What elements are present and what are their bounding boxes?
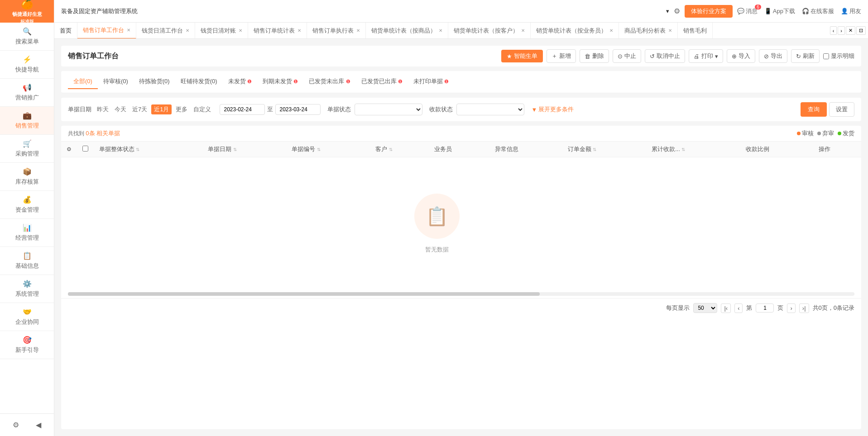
- print-btn[interactable]: 🖨 打印 ▾: [689, 49, 723, 63]
- sidebar-item-cooperation[interactable]: 🤝 企业协同: [0, 303, 54, 331]
- filter-tab-pending-inspect[interactable]: 待拣验货(0): [134, 75, 175, 89]
- close-icon[interactable]: ✕: [439, 28, 442, 33]
- select-all-checkbox[interactable]: [82, 146, 88, 152]
- first-page-btn[interactable]: |‹: [721, 303, 731, 313]
- close-icon[interactable]: ✕: [521, 28, 525, 33]
- expand-btn[interactable]: ▼ 展开更多条件: [531, 105, 574, 114]
- tab-expand-btn[interactable]: ⊡: [856, 26, 866, 35]
- settings-icon[interactable]: ⚙: [10, 418, 21, 431]
- tab-next-btn[interactable]: ›: [838, 26, 845, 35]
- tab-sales-summary-customer[interactable]: 销货单统计表（按客户） ✕: [448, 23, 531, 39]
- tab-label: 销售毛利: [683, 27, 707, 35]
- horizontal-scrollbar[interactable]: [68, 292, 854, 296]
- tab-close-all-btn[interactable]: ✕: [846, 26, 855, 35]
- show-detail-checkbox[interactable]: [823, 53, 829, 59]
- tab-prev-btn[interactable]: ‹: [830, 26, 837, 35]
- date-to-input[interactable]: [275, 104, 321, 115]
- tab-product-margin[interactable]: 商品毛利分析表 ✕: [619, 23, 678, 39]
- close-icon[interactable]: ✕: [297, 28, 301, 33]
- app-download-item[interactable]: 📱 App下载: [764, 7, 795, 15]
- cancel-stop-btn[interactable]: ↺ 取消中止: [645, 49, 685, 63]
- logo-sub: 标准版: [20, 19, 34, 25]
- checkbox-col[interactable]: [77, 142, 94, 157]
- close-icon[interactable]: ✕: [186, 28, 189, 33]
- cancel-icon: ↺: [650, 53, 655, 60]
- tab-sales-workbench[interactable]: 销售订单工作台 ✕: [77, 23, 136, 39]
- sidebar-item-sales[interactable]: 💼 销售管理: [0, 107, 54, 135]
- close-icon[interactable]: ✕: [609, 28, 613, 33]
- tab-sales-summary-product[interactable]: 销货单统计表（按商品） ✕: [366, 23, 448, 39]
- sidebar-item-inventory[interactable]: 📦 库存核算: [0, 163, 54, 191]
- settings-gear-icon[interactable]: ⚙: [674, 7, 680, 15]
- sidebar-item-quick-nav[interactable]: ⚡ 快捷导航: [0, 51, 54, 79]
- close-icon[interactable]: ✕: [239, 28, 242, 33]
- data-table: ⚙ 单据整体状态 ⇅ 单据日期 ⇅ 单据编号 ⇅ 客户 ⇅ 业务员 异常信息 订…: [61, 142, 861, 290]
- page-input[interactable]: [756, 303, 774, 313]
- sidebar-item-finance[interactable]: 💰 资金管理: [0, 191, 54, 219]
- tab-cash-daily[interactable]: 钱货日清工作台 ✕: [136, 23, 195, 39]
- sidebar-item-basic-info[interactable]: 📋 基础信息: [0, 247, 54, 275]
- query-btn[interactable]: 查询: [801, 102, 827, 117]
- import-btn[interactable]: ⊕ 导入: [727, 49, 755, 63]
- tab-cash-reconcile[interactable]: 钱货日清对账 ✕: [195, 23, 248, 39]
- quick-date-7days[interactable]: 近7天: [130, 104, 149, 114]
- print-icon: 🖨: [694, 53, 700, 60]
- sidebar-item-purchase[interactable]: 🛒 采购管理: [0, 135, 54, 163]
- page-actions: ★ 智能生单 ＋ 新增 🗑 删除 ⊙ 中止 ↺ 取消中止: [501, 49, 854, 63]
- refresh-btn[interactable]: ↻ 刷新: [791, 49, 820, 63]
- message-icon-item[interactable]: 💬 消息 6: [737, 7, 758, 15]
- date-from-input[interactable]: [220, 104, 265, 115]
- ship-action[interactable]: 发货: [838, 129, 854, 137]
- settings-col[interactable]: ⚙: [61, 142, 77, 157]
- filter-tab-not-shipped[interactable]: 未发货 ❶: [223, 75, 257, 89]
- sidebar-item-guide[interactable]: 🎯 新手引导: [0, 331, 54, 359]
- prev-page-btn[interactable]: ‹: [734, 303, 743, 313]
- user-item[interactable]: 👤 用友: [841, 7, 861, 15]
- online-service-item[interactable]: 🎧 在线客服: [802, 7, 834, 15]
- smart-generate-btn[interactable]: ★ 智能生单: [501, 50, 543, 62]
- stop-btn[interactable]: ⊙ 中止: [613, 49, 641, 63]
- review-action[interactable]: 审核: [797, 129, 814, 137]
- sidebar-item-label: 营销推广: [15, 94, 39, 102]
- quick-date-1month[interactable]: 近1月: [151, 104, 172, 114]
- setting-btn[interactable]: 设置: [829, 102, 854, 117]
- tab-sales-summary-staff[interactable]: 销货单统计表（按业务员） ✕: [531, 23, 619, 39]
- quick-date-yesterday[interactable]: 昨天: [95, 104, 110, 114]
- tab-sales-stats[interactable]: 销售订单统计表 ✕: [248, 23, 307, 39]
- unreviewed-action[interactable]: 弃审: [817, 129, 834, 137]
- tab-home[interactable]: 首页: [54, 23, 77, 39]
- quick-date-more[interactable]: 更多: [174, 104, 189, 114]
- collapse-icon[interactable]: ◀: [34, 418, 43, 431]
- show-detail-label[interactable]: 显示明细: [823, 52, 854, 60]
- filter-tab-shipped-not-warehoused[interactable]: 已发货未出库 ❶: [303, 75, 355, 89]
- filter-tab-shipped-warehoused[interactable]: 已发货已出库 ❶: [356, 75, 408, 89]
- filter-tab-pending-review[interactable]: 待审核(0): [98, 75, 134, 89]
- sidebar-item-search[interactable]: 🔍 搜索菜单: [0, 23, 54, 51]
- quick-date-today[interactable]: 今天: [113, 104, 128, 114]
- add-btn[interactable]: ＋ 新增: [547, 49, 576, 63]
- system-dropdown[interactable]: ▾: [666, 8, 669, 14]
- filter-tab-all[interactable]: 全部(0): [68, 75, 98, 89]
- delete-btn[interactable]: 🗑 删除: [580, 49, 609, 63]
- scrollbar-thumb[interactable]: [68, 292, 540, 296]
- filter-tab-not-printed[interactable]: 未打印单据 ❶: [408, 75, 454, 89]
- status-select[interactable]: [355, 104, 422, 115]
- logo-main: 畅捷通好生意: [12, 11, 42, 18]
- close-icon[interactable]: ✕: [127, 28, 130, 33]
- close-icon[interactable]: ✕: [668, 28, 672, 33]
- sidebar-item-marketing[interactable]: 📢 营销推广: [0, 79, 54, 107]
- page-size-select[interactable]: 50 10 20 100: [693, 303, 717, 313]
- last-page-btn[interactable]: ›|: [799, 303, 809, 313]
- experience-btn[interactable]: 体验行业方案: [685, 5, 733, 18]
- close-icon[interactable]: ✕: [356, 28, 360, 33]
- payment-select[interactable]: [456, 104, 524, 115]
- filter-tab-overdue-not-shipped[interactable]: 到期未发货 ❶: [257, 75, 303, 89]
- tab-sales-exec[interactable]: 销售订单执行表 ✕: [307, 23, 366, 39]
- tab-sales-profit[interactable]: 销售毛利: [678, 23, 713, 39]
- next-page-btn[interactable]: ›: [787, 303, 795, 313]
- sidebar-item-system[interactable]: ⚙️ 系统管理: [0, 275, 54, 303]
- filter-tab-wangpu-pending[interactable]: 旺铺待发货(0): [175, 75, 223, 89]
- export-btn[interactable]: ⊘ 导出: [759, 49, 787, 63]
- quick-date-custom[interactable]: 自定义: [192, 104, 213, 114]
- sidebar-item-operations[interactable]: 📊 经营管理: [0, 219, 54, 247]
